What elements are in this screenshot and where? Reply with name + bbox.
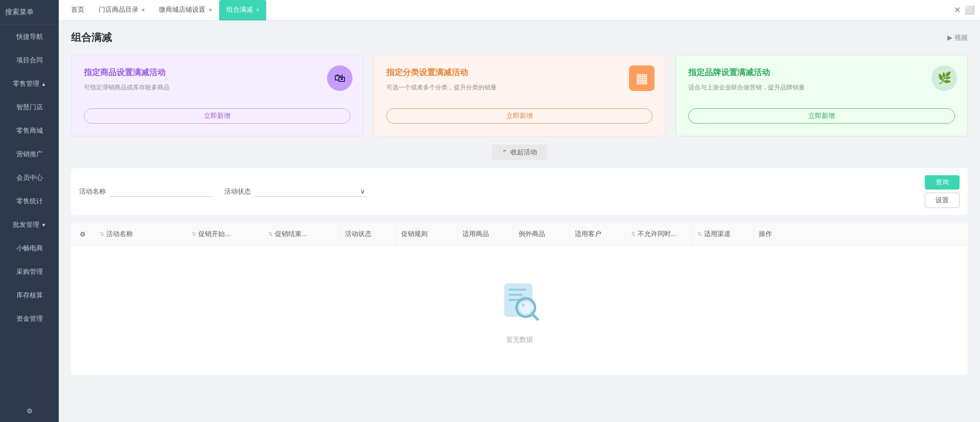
brand-card-add-button[interactable]: 立即新增 xyxy=(688,108,955,124)
activity-name-label: 活动名称 xyxy=(79,187,106,196)
th-end-label: 促销结束... xyxy=(275,229,307,239)
th-except-label: 例外商品 xyxy=(519,229,545,239)
goods-card-icon: 🛍 xyxy=(327,65,353,91)
sidebar-item-finance[interactable]: 资金管理 xyxy=(0,307,59,331)
sidebar-item-project-contract[interactable]: 项目合同 xyxy=(0,49,59,72)
sidebar-item-purchase-mgmt[interactable]: 采购管理 xyxy=(0,260,59,284)
close-window-button[interactable]: ✕ xyxy=(954,5,961,15)
th-action-label: 操作 xyxy=(759,229,772,239)
sidebar-item-inventory[interactable]: 库存核算 xyxy=(0,284,59,307)
brand-card-desc: 适合与上游企业联合做营销，提升品牌销量 xyxy=(688,83,955,102)
chevron-up-icon: ⌃ xyxy=(502,149,507,156)
empty-text: 暂无数据 xyxy=(506,335,533,344)
sidebar-item-retail-stats[interactable]: 零售统计 xyxy=(0,190,59,213)
sidebar-settings-button[interactable]: ⚙ xyxy=(0,400,59,422)
empty-state: 暂无数据 xyxy=(71,245,968,375)
th-notallow-label: 不允许同时... xyxy=(638,229,676,239)
svg-point-7 xyxy=(522,303,525,307)
th-gear[interactable]: ⚙ xyxy=(71,223,95,245)
activity-name-input[interactable] xyxy=(110,186,212,197)
th-goods: 适用商品 xyxy=(457,223,514,245)
collapse-bar: ⌃ 收起活动 xyxy=(71,145,968,160)
sidebar-item-wholesale-mgmt[interactable]: 批发管理 ▼ xyxy=(0,213,59,237)
query-button[interactable]: 查询 xyxy=(925,175,960,190)
page-title: 组合满减 xyxy=(71,31,112,44)
gear-icon: ⚙ xyxy=(27,407,33,415)
tab-store-catalog-close[interactable]: × xyxy=(142,7,145,13)
sort-end-icon[interactable]: ⇅ xyxy=(268,231,273,238)
sort-start-icon[interactable]: ⇅ xyxy=(192,231,196,238)
th-rule-label: 促销规则 xyxy=(401,229,428,239)
brand-card-icon: 🌿 xyxy=(931,65,957,91)
th-name-label: 活动名称 xyxy=(106,229,133,239)
gear-table-icon: ⚙ xyxy=(80,230,86,238)
tab-store-catalog[interactable]: 门店商品目录 × xyxy=(91,0,152,20)
sidebar-item-smart-store[interactable]: 智慧门店 xyxy=(0,96,59,119)
sort-channel-icon[interactable]: ⇅ xyxy=(697,231,702,238)
sidebar-item-retail-mall[interactable]: 零售商城 xyxy=(0,119,59,143)
tab-wechat-store[interactable]: 微商城店铺设置 × xyxy=(152,0,219,20)
th-rule: 促销规则 xyxy=(396,223,457,245)
category-card-title: 指定分类设置满减活动 xyxy=(386,67,653,78)
goods-card-add-button[interactable]: 立即新增 xyxy=(84,108,351,124)
activity-status-select[interactable]: ∨ xyxy=(255,186,367,197)
table-wrapper: ⚙ ⇅ 活动名称 ⇅ 促销开始... ⇅ 促销结束... 活动状态 xyxy=(71,223,968,375)
th-channel: ⇅ 适用渠道 xyxy=(692,223,754,245)
sidebar-item-label: 零售管理 xyxy=(13,79,39,88)
tab-home[interactable]: 首页 xyxy=(64,0,91,20)
tab-wechat-store-label: 微商城店铺设置 xyxy=(159,5,205,14)
sidebar-item-members[interactable]: 会员中心 xyxy=(0,166,59,190)
goods-card-desc: 可指定滞销商品或库存较多商品 xyxy=(84,83,351,102)
main-content: 首页 门店商品目录 × 微商城店铺设置 × 组合满减 × ✕ ⬜ 组合满减 ▶ … xyxy=(59,0,980,422)
maximize-window-button[interactable]: ⬜ xyxy=(965,5,975,15)
page-header: 组合满减 ▶ 视频 xyxy=(71,31,968,44)
window-controls: ✕ ⬜ xyxy=(954,5,975,15)
collapse-activities-button[interactable]: ⌃ 收起活动 xyxy=(492,145,547,160)
sidebar-item-xiochang[interactable]: 小畅电商 xyxy=(0,237,59,260)
sidebar-search[interactable]: 搜索菜单 xyxy=(0,0,59,25)
chevron-down-icon: ▼ xyxy=(41,222,46,228)
th-notallow: ⇅ 不允许同时... xyxy=(626,223,692,245)
th-action: 操作 xyxy=(754,223,968,245)
th-customer-label: 适用客户 xyxy=(575,229,601,239)
sidebar-item-marketing[interactable]: 营销推广 xyxy=(0,143,59,166)
category-card: 指定分类设置满减活动 可选一个或者多个分类，提升分类的销量 ▦ 立即新增 xyxy=(374,55,666,136)
tab-combo-discount[interactable]: 组合满减 × xyxy=(219,0,266,20)
activity-status-filter: 活动状态 ∨ xyxy=(224,186,367,197)
chevron-down-icon: ∨ xyxy=(360,187,365,195)
sidebar: 搜索菜单 快捷导航 项目合同 零售管理 ▲ 智慧门店 零售商城 营销推广 会员中… xyxy=(0,0,59,422)
sidebar-item-label: 批发管理 xyxy=(13,220,39,229)
brand-card: 指定品牌设置满减活动 适合与上游企业联合做营销，提升品牌销量 🌿 立即新增 xyxy=(675,55,968,136)
th-name: ⇅ 活动名称 xyxy=(95,223,186,245)
tab-combo-discount-close[interactable]: × xyxy=(256,7,259,13)
sort-name-icon[interactable]: ⇅ xyxy=(100,231,104,238)
th-except: 例外商品 xyxy=(514,223,570,245)
brand-card-title: 指定品牌设置满减活动 xyxy=(688,67,955,78)
tab-combo-discount-label: 组合满减 xyxy=(226,5,253,14)
tab-home-label: 首页 xyxy=(71,5,84,14)
collapse-label: 收起活动 xyxy=(510,148,537,157)
th-status: 活动状态 xyxy=(340,223,396,245)
table-header: ⚙ ⇅ 活动名称 ⇅ 促销开始... ⇅ 促销结束... 活动状态 xyxy=(71,223,968,245)
play-icon: ▶ xyxy=(947,34,952,41)
tab-bar: 首页 门店商品目录 × 微商城店铺设置 × 组合满减 × ✕ ⬜ xyxy=(59,0,980,20)
th-start: ⇅ 促销开始... xyxy=(186,223,263,245)
tab-store-catalog-label: 门店商品目录 xyxy=(99,5,138,14)
sort-notallow-icon[interactable]: ⇅ xyxy=(631,231,636,238)
th-end: ⇅ 促销结束... xyxy=(263,223,340,245)
svg-line-6 xyxy=(532,314,538,319)
sidebar-item-retail-mgmt[interactable]: 零售管理 ▲ xyxy=(0,72,59,96)
category-card-add-button[interactable]: 立即新增 xyxy=(386,108,653,124)
th-goods-label: 适用商品 xyxy=(462,229,489,239)
tab-wechat-store-close[interactable]: × xyxy=(208,7,212,13)
settings-button[interactable]: 设置 xyxy=(925,193,960,208)
svg-rect-2 xyxy=(508,294,523,296)
sidebar-item-quick-nav[interactable]: 快捷导航 xyxy=(0,25,59,49)
page-content-area: 组合满减 ▶ 视频 指定商品设置满减活动 可指定滞销商品或库存较多商品 🛍 立即… xyxy=(59,20,980,422)
th-start-label: 促销开始... xyxy=(198,229,230,239)
activity-name-filter: 活动名称 xyxy=(79,186,212,197)
chevron-up-icon: ▲ xyxy=(41,81,46,87)
video-link[interactable]: ▶ 视频 xyxy=(947,33,968,42)
cards-row: 指定商品设置满减活动 可指定滞销商品或库存较多商品 🛍 立即新增 指定分类设置满… xyxy=(71,55,968,136)
goods-card: 指定商品设置满减活动 可指定滞销商品或库存较多商品 🛍 立即新增 xyxy=(71,55,363,136)
